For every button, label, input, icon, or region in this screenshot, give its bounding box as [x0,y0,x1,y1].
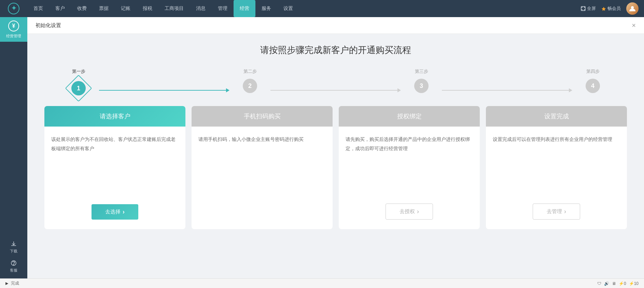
card-select-customer: 请选择客户 该处展示的客户为不在回收站、客户状态正常建账后完成老板端绑定的所有客… [44,106,185,229]
status-bar: ▶ 完成 🛡 🔊 🖥 ⚡0 ⚡10 [0,278,644,288]
vip-btn[interactable]: 畅会员 [601,5,621,12]
shield-icon: 🛡 [597,281,601,286]
card-2-body: 请用手机扫码，输入小微企业主账号密码进行购买 [192,127,333,214]
svg-marker-3 [602,7,606,11]
card-2-header: 手机扫码购买 [192,106,333,127]
play-btn[interactable]: ▶ [5,281,8,286]
volume-icon: 🔊 [604,281,609,286]
step-3-label: 第三步 [415,68,428,75]
step-1-circle: 1 [71,81,86,95]
battery-icon: ⚡0 [619,281,626,286]
svg-point-4 [631,6,634,9]
monitor-icon: 🖥 [612,281,616,286]
step-2: 第二步 2 [229,68,270,93]
status-text: 完成 [11,280,19,286]
card-1-body: 该处展示的客户为不在回收站、客户状态正常建账后完成老板端绑定的所有客户 [44,127,185,199]
close-btn[interactable]: × [632,22,636,29]
nav-item-工商项目[interactable]: 工商项目 [158,0,190,17]
card-4-header: 设置完成 [486,106,627,127]
svg-text:✦: ✦ [11,5,16,12]
avatar[interactable] [626,2,639,15]
step-2-label: 第二步 [243,68,257,75]
sidebar-item-support[interactable]: 客服 [0,257,27,276]
step-3: 第三步 3 [401,68,442,93]
setup-heading: 请按照步骤完成新客户的开通购买流程 [44,44,627,56]
card-3-body: 请先购买，购买后选择开通的产品中的企业用户进行授权绑定，成功后即可进行经营管理 [339,127,480,198]
nav-item-首页[interactable]: 首页 [27,0,49,17]
nav-item-管理[interactable]: 管理 [212,0,234,17]
card-setup-complete: 设置完成 设置完成后可以在管理列表进行所有企业用户的经营管理 去管理 › [486,106,627,229]
card-1-header: 请选择客户 [44,106,185,127]
step-3-circle: 3 [414,79,429,93]
nav-item-报税[interactable]: 报税 [137,0,158,17]
fullscreen-btn[interactable]: 全屏 [581,5,596,12]
step-4: 第四步 4 [572,68,613,93]
page-title: 初始化设置 [36,22,61,29]
logo: ✦ [0,2,27,15]
step-1: 第一步 1 [58,68,99,98]
card-4-body: 设置完成后可以在管理列表进行所有企业用户的经营管理 [486,127,627,198]
sidebar-item-download[interactable]: 下载 [0,237,27,257]
go-select-btn[interactable]: 去选择 › [92,204,138,220]
go-manage-btn[interactable]: 去管理 › [533,204,580,220]
go-auth-btn[interactable]: 去授权 › [386,204,433,220]
step-4-circle: 4 [586,79,600,93]
page-header: 初始化设置 × [27,17,644,34]
card-auth-bind: 授权绑定 请先购买，购买后选择开通的产品中的企业用户进行授权绑定，成功后即可进行… [339,106,480,229]
step-1-label: 第一步 [72,68,85,75]
nav-item-票据[interactable]: 票据 [93,0,115,17]
card-qr-purchase: 手机扫码购买 请用手机扫码，输入小微企业主账号密码进行购买 [192,106,333,229]
nav-item-客户[interactable]: 客户 [49,0,71,17]
card-3-header: 授权绑定 [339,106,480,127]
nav-item-设置[interactable]: 设置 [277,0,299,17]
nav-item-经营[interactable]: 经营 [234,0,255,17]
step-4-label: 第四步 [586,68,600,75]
nav-item-收费[interactable]: 收费 [71,0,93,17]
sidebar-item-jingying[interactable]: ¥ 经营管理 [0,17,27,42]
step-2-circle: 2 [243,79,257,93]
svg-point-6 [13,264,14,264]
nav-item-消息[interactable]: 消息 [190,0,212,17]
nav-item-服务[interactable]: 服务 [255,0,277,17]
svg-rect-2 [581,6,585,11]
clock-icon: ⚡10 [629,281,639,286]
nav-item-记账[interactable]: 记账 [115,0,137,17]
